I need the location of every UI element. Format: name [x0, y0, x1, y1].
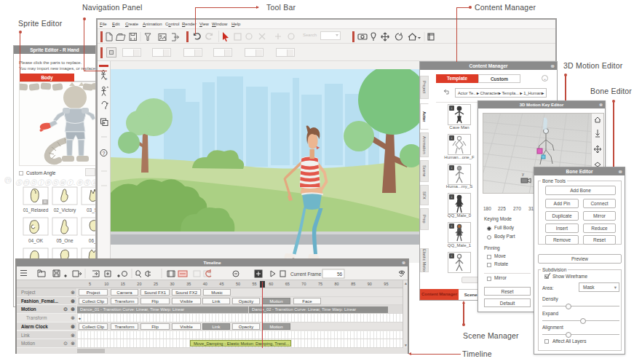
svg-text:06_Fi: 06_Fi	[89, 238, 96, 244]
svg-text:y: y	[522, 172, 524, 176]
svg-text:04_OK: 04_OK	[28, 238, 44, 244]
svg-text:56: 56	[337, 272, 343, 277]
svg-text:01_Relaxed: 01_Relaxed	[23, 207, 49, 213]
svg-text:e: e	[105, 76, 108, 81]
svg-text:?: ?	[103, 151, 106, 156]
svg-text:02_Victory: 02_Victory	[54, 207, 76, 213]
svg-text:05_One: 05_One	[56, 238, 74, 244]
svg-text:03_Sev: 03_Sev	[87, 207, 96, 213]
svg-text:Current Frame: Current Frame	[290, 272, 322, 277]
